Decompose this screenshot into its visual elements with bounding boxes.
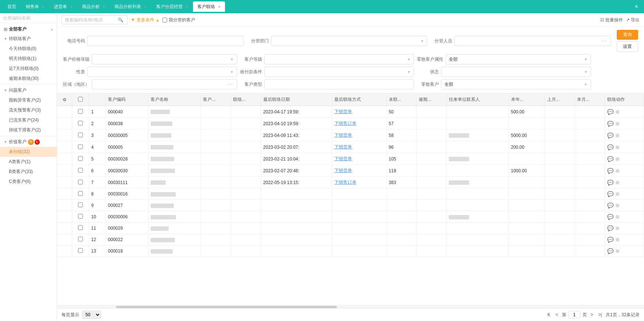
my-customers-check[interactable]: 我分管的客户 <box>162 17 195 23</box>
grid-icon[interactable]: ⊞ <box>616 156 619 162</box>
close-tab-customer-segment[interactable]: × <box>186 4 188 9</box>
cell-checkbox[interactable] <box>72 234 89 246</box>
message-icon[interactable]: 💬 <box>607 202 613 208</box>
col-action[interactable]: 联络动作 <box>605 94 644 106</box>
tab-customer-contact[interactable]: 客户联络 × <box>193 1 225 12</box>
col-company-contact[interactable]: 往来单位联系人 <box>446 94 508 106</box>
prev-page-btn[interactable]: < <box>554 311 560 318</box>
group-problem-customers[interactable]: ▼ 问题客户 <box>0 85 57 95</box>
grid-icon[interactable]: ⊞ <box>616 214 619 219</box>
col-not-contacted[interactable]: 未联... <box>386 94 416 106</box>
cell-last-method[interactable]: 下销售订单 <box>332 118 386 130</box>
col-this-month[interactable]: 本月... <box>575 94 605 106</box>
cell-checkbox[interactable] <box>72 165 89 177</box>
sidebar-item-b-class[interactable]: B类客户(33) <box>0 167 57 177</box>
nature-input[interactable]: ▼ <box>87 67 237 77</box>
cell-last-method[interactable]: 下销售订单 <box>332 177 386 188</box>
close-tab-customer-contact[interactable]: × <box>218 4 220 9</box>
grid-icon[interactable]: ⊞ <box>616 180 619 185</box>
group-value-customers[interactable]: ▼ 价值客户 R ↻ <box>0 137 57 147</box>
department-input[interactable]: ▼ <box>271 36 427 46</box>
cell-checkbox[interactable] <box>72 200 89 211</box>
message-icon[interactable]: 💬 <box>607 109 613 115</box>
first-page-btn[interactable]: K <box>546 311 552 318</box>
message-icon[interactable]: 💬 <box>607 214 613 220</box>
sidebar-item-churned[interactable]: 已流失客户(24) <box>0 115 57 125</box>
grid-icon[interactable]: ⊞ <box>616 226 619 231</box>
col-last-date[interactable]: 最后联络日期 <box>261 94 332 106</box>
col-type[interactable]: 客户... <box>201 94 231 106</box>
cell-last-method[interactable] <box>332 234 386 246</box>
col-code[interactable]: 客户编码 <box>106 94 148 106</box>
cell-checkbox[interactable] <box>72 141 89 153</box>
sidebar-item-overdue-contact[interactable]: 逾期未联络(30) <box>0 74 57 84</box>
col-this-year[interactable]: 本年... <box>508 94 545 106</box>
cell-last-method[interactable] <box>332 246 386 257</box>
cell-checkbox[interactable] <box>72 153 89 165</box>
region-input[interactable]: ··· <box>92 79 237 89</box>
page-input[interactable] <box>569 311 580 318</box>
cell-checkbox[interactable] <box>72 211 89 223</box>
per-page-select[interactable]: 50 100 <box>82 311 101 319</box>
tab-product-analysis[interactable]: 商品分析 × <box>78 1 109 12</box>
search-box[interactable]: 🔍 <box>61 15 128 24</box>
close-tab-product-analysis[interactable]: × <box>103 4 105 9</box>
retail-attr-input[interactable]: 全部 ▼ <box>446 54 591 64</box>
payment-input[interactable]: ▼ <box>264 67 414 77</box>
grid-icon[interactable]: ⊞ <box>616 145 619 150</box>
cell-last-method[interactable]: 下销货单 <box>332 106 386 118</box>
grid-icon[interactable]: ⊞ <box>616 168 619 173</box>
sidebar-item-7days-contact[interactable]: 近7天待联络(0) <box>0 64 57 74</box>
grid-icon[interactable]: ⊞ <box>616 237 619 242</box>
cell-last-method[interactable] <box>332 223 386 234</box>
sidebar-item-c-class[interactable]: C类客户(6) <box>0 177 57 187</box>
retail-customer-input[interactable]: 全部 ▼ <box>441 79 591 89</box>
group-waiting-contact[interactable]: ▼ 待联络客户 <box>0 34 57 44</box>
message-icon[interactable]: 💬 <box>607 133 613 138</box>
grid-icon[interactable]: ⊞ <box>616 191 619 197</box>
horizontal-scrollbar[interactable] <box>57 305 644 308</box>
tab-home[interactable]: 首页 <box>3 1 21 12</box>
sidebar-search-box[interactable]: 🔍 <box>0 13 57 23</box>
cell-checkbox[interactable] <box>72 118 89 130</box>
col-settings[interactable]: ⚙ <box>57 94 72 106</box>
batch-operations-btn[interactable]: ☑ 批量操作 <box>600 17 623 23</box>
grid-icon[interactable]: ⊞ <box>616 248 619 254</box>
next-page-btn[interactable]: > <box>589 311 595 318</box>
last-page-btn[interactable]: >| <box>597 311 603 318</box>
status-input[interactable]: ▼ <box>441 67 591 77</box>
close-tab-sales[interactable]: × <box>42 4 44 9</box>
cell-last-method[interactable] <box>332 188 386 200</box>
col-checkbox[interactable] <box>72 94 89 106</box>
export-btn[interactable]: ↗ 导出 <box>626 17 640 23</box>
grid-icon[interactable]: ⊞ <box>616 121 619 126</box>
reset-button[interactable]: 设置 <box>617 41 638 52</box>
customer-type-input[interactable] <box>264 79 414 89</box>
my-customers-checkbox[interactable] <box>162 18 167 22</box>
col-last-month[interactable]: 上月... <box>545 94 575 106</box>
manager-input[interactable]: ··· <box>454 36 611 46</box>
cell-last-method[interactable]: 下销货单 <box>332 153 386 165</box>
grid-icon[interactable]: ⊞ <box>616 133 619 138</box>
category-search-input[interactable] <box>3 15 57 21</box>
cell-checkbox[interactable] <box>72 188 89 200</box>
tab-purchase[interactable]: 进货单 × <box>49 1 77 12</box>
close-tab-purchase[interactable]: × <box>70 4 72 9</box>
cell-last-method[interactable]: 下销货单 <box>332 130 386 141</box>
cell-last-method[interactable]: 下销货单 <box>332 165 386 177</box>
cell-checkbox[interactable] <box>72 223 89 234</box>
close-tab-product-analysis-list[interactable]: × <box>144 4 146 9</box>
cell-checkbox[interactable] <box>72 130 89 141</box>
select-all-checkbox[interactable] <box>78 97 83 102</box>
col-name[interactable]: 客户名称 <box>148 94 201 106</box>
sidebar-item-a-class[interactable]: A类客户(1) <box>0 157 57 167</box>
message-icon[interactable]: 💬 <box>607 225 613 231</box>
tab-product-analysis-list[interactable]: 商品分析列表 × <box>110 1 151 12</box>
message-icon[interactable]: 💬 <box>607 156 613 162</box>
message-icon[interactable]: 💬 <box>607 144 613 150</box>
all-customers-header[interactable]: ⊞ 全部客户 « <box>0 23 57 34</box>
message-icon[interactable]: 💬 <box>607 248 613 254</box>
tab-customer-segment[interactable]: 客户分层经营 × <box>152 1 192 12</box>
col-contact[interactable]: 联络... <box>231 94 261 106</box>
message-icon[interactable]: 💬 <box>607 168 613 174</box>
